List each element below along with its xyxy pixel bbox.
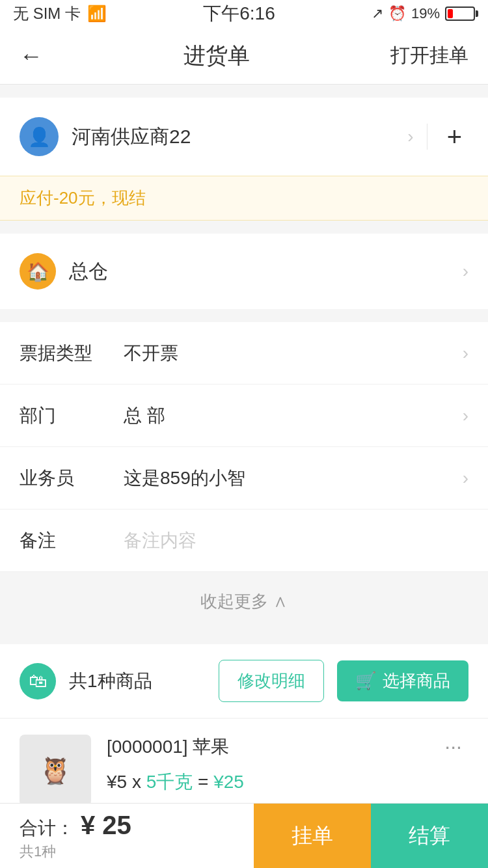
notice-bar: 应付-20元，现结 — [0, 176, 488, 221]
status-right: ↗ ⏰ 19% — [372, 5, 475, 22]
dept-row[interactable]: 部门 总 部 › — [0, 385, 488, 447]
dept-label: 部门 — [20, 403, 124, 428]
remark-input[interactable]: 备注内容 — [124, 528, 468, 553]
notice-text: 应付-20元，现结 — [20, 188, 146, 208]
sales-label: 业务员 — [20, 466, 124, 491]
unit-price: ¥5 — [107, 772, 127, 792]
location-icon: ↗ — [372, 5, 383, 22]
product-name: [0000001] 苹果 — [107, 735, 422, 759]
status-bar: 无 SIM 卡 📶 下午6:16 ↗ ⏰ 19% — [0, 0, 488, 27]
total-section: 合计： ¥ 25 共1种 — [0, 804, 254, 868]
battery-icon — [445, 7, 475, 21]
product-more-button[interactable]: ··· — [438, 735, 468, 759]
wifi-icon: 📶 — [87, 5, 107, 23]
select-product-label: 选择商品 — [383, 670, 450, 692]
product-count: 共1种商品 — [69, 669, 206, 694]
collapse-label: 收起更多 ∧ — [200, 591, 287, 611]
page-title: 进货单 — [183, 41, 250, 71]
hang-button[interactable]: 挂单 — [254, 804, 371, 868]
product-info: [0000001] 苹果 ¥5 x 5千克 = ¥25 — [107, 735, 422, 794]
edit-detail-button[interactable]: 修改明细 — [219, 660, 324, 702]
sales-chevron-icon: › — [463, 468, 468, 489]
invoice-row[interactable]: 票据类型 不开票 › — [0, 322, 488, 385]
avatar: 👤 — [20, 117, 59, 156]
equals-sign: = — [198, 772, 213, 792]
section-gap-2 — [0, 221, 488, 234]
supplier-divider — [427, 124, 427, 150]
product-header: 🛍 共1种商品 修改明细 🛒 选择商品 — [0, 644, 488, 718]
section-gap-4 — [0, 631, 488, 644]
section-gap-3 — [0, 309, 488, 322]
bag-icon: 🛍 — [29, 670, 47, 692]
bottom-bar: 合计： ¥ 25 共1种 挂单 结算 — [0, 803, 488, 868]
warehouse-icon: 🏠 — [20, 253, 56, 290]
total-price: ¥25 — [213, 772, 244, 792]
warehouse-row[interactable]: 🏠 总仓 › — [0, 234, 488, 309]
remark-label: 备注 — [20, 528, 124, 553]
product-thumbnail: 🦉 — [20, 735, 91, 806]
checkout-button[interactable]: 结算 — [371, 804, 488, 868]
supplier-name: 河南供应商22 — [72, 124, 407, 150]
add-button[interactable]: + — [441, 122, 468, 152]
cart-icon: 🛒 — [355, 671, 376, 691]
quantity: 5千克 — [146, 772, 193, 792]
total-sub: 共1种 — [20, 842, 234, 861]
supplier-row[interactable]: 👤 河南供应商22 › + — [0, 98, 488, 176]
warehouse-name: 总仓 — [69, 258, 463, 285]
supplier-card: 👤 河南供应商22 › + 应付-20元，现结 — [0, 98, 488, 221]
warehouse-chevron-icon: › — [463, 261, 468, 282]
dept-value: 总 部 — [124, 403, 463, 428]
nav-bar: ← 进货单 打开挂单 — [0, 27, 488, 85]
total-main: 合计： ¥ 25 — [20, 811, 234, 841]
product-owl-icon: 🦉 — [39, 755, 72, 786]
warehouse-card: 🏠 总仓 › — [0, 234, 488, 309]
open-hang-button[interactable]: 打开挂单 — [390, 42, 468, 69]
invoice-chevron-icon: › — [463, 343, 468, 364]
form-card: 票据类型 不开票 › 部门 总 部 › 业务员 这是859的小智 › 备注 备注… — [0, 322, 488, 572]
product-icon: 🛍 — [20, 663, 56, 699]
avatar-icon: 👤 — [28, 126, 51, 148]
carrier-label: 无 SIM 卡 — [13, 3, 81, 24]
sales-row[interactable]: 业务员 这是859的小智 › — [0, 447, 488, 509]
battery-label: 19% — [411, 5, 440, 22]
invoice-value: 不开票 — [124, 341, 463, 366]
total-amount: ¥ 25 — [81, 811, 131, 840]
chevron-right-icon: › — [407, 126, 413, 147]
time-label: 下午6:16 — [203, 1, 275, 26]
product-id-name: [0000001] 苹果 — [107, 737, 229, 757]
status-left: 无 SIM 卡 📶 — [13, 3, 107, 24]
alarm-icon: ⏰ — [388, 5, 406, 22]
invoice-label: 票据类型 — [20, 341, 124, 366]
sales-value: 这是859的小智 — [124, 466, 463, 491]
remark-row[interactable]: 备注 备注内容 — [0, 509, 488, 572]
section-gap-1 — [0, 85, 488, 98]
select-product-button[interactable]: 🛒 选择商品 — [337, 660, 468, 701]
collapse-row[interactable]: 收起更多 ∧ — [0, 572, 488, 631]
dept-chevron-icon: › — [463, 405, 468, 426]
total-label: 合计： — [20, 816, 74, 841]
battery-fill — [448, 9, 453, 18]
multiply-sign: x — [132, 772, 146, 792]
back-button[interactable]: ← — [20, 42, 43, 70]
house-icon: 🏠 — [27, 261, 49, 282]
product-price: ¥5 x 5千克 = ¥25 — [107, 770, 422, 794]
